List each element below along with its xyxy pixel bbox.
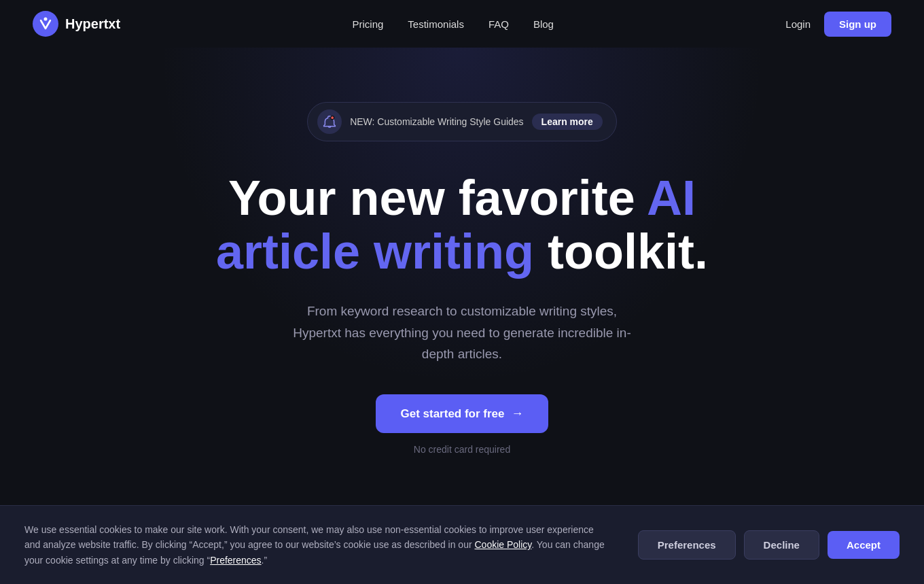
nav-link-faq[interactable]: FAQ xyxy=(488,18,509,30)
nav-links: Pricing Testimonials FAQ Blog xyxy=(353,18,554,30)
login-link[interactable]: Login xyxy=(785,18,811,30)
cookie-actions: Preferences Decline Accept xyxy=(638,530,900,560)
preferences-button[interactable]: Preferences xyxy=(638,530,736,560)
nav-actions: Login Sign up xyxy=(785,12,891,37)
badge-text: NEW: Customizable Writing Style Guides xyxy=(350,116,523,127)
cookie-text: We use essential cookies to make our sit… xyxy=(24,522,611,568)
svg-point-2 xyxy=(331,116,334,120)
hero-title-part3: toolkit. xyxy=(534,224,708,279)
accept-button[interactable]: Accept xyxy=(828,531,900,559)
cta-button[interactable]: Get started for free → xyxy=(376,394,548,433)
hero-title-ai: AI xyxy=(647,171,696,225)
logo-icon xyxy=(33,11,58,37)
cookie-text-end: .” xyxy=(262,555,268,566)
nav-link-pricing[interactable]: Pricing xyxy=(353,18,384,30)
logo-text: Hypertxt xyxy=(65,16,120,32)
hero-subtitle: From keyword research to customizable wr… xyxy=(285,300,639,364)
signup-button[interactable]: Sign up xyxy=(824,12,891,37)
bell-icon-wrap xyxy=(317,109,342,134)
arrow-right-icon: → xyxy=(512,407,524,421)
logo-link[interactable]: Hypertxt xyxy=(33,11,120,37)
hero-title: Your new favorite AI article writing too… xyxy=(216,171,708,279)
navbar: Hypertxt Pricing Testimonials FAQ Blog L… xyxy=(0,0,924,48)
bell-icon xyxy=(323,115,336,128)
decline-button[interactable]: Decline xyxy=(744,530,819,560)
cookie-banner: We use essential cookies to make our sit… xyxy=(0,505,924,584)
hero-title-part2: article writing xyxy=(216,224,534,279)
cookie-policy-link[interactable]: Cookie Policy xyxy=(475,539,532,550)
svg-point-1 xyxy=(44,18,48,21)
learn-more-link[interactable]: Learn more xyxy=(532,114,603,130)
nav-link-testimonials[interactable]: Testimonials xyxy=(408,18,464,30)
hero-title-part1: Your new favorite xyxy=(228,171,647,225)
no-credit-text: No credit card required xyxy=(414,444,510,455)
preferences-inline-link: Preferences xyxy=(210,555,261,566)
announcement-badge: NEW: Customizable Writing Style Guides L… xyxy=(307,102,617,141)
hero-section: NEW: Customizable Writing Style Guides L… xyxy=(0,48,924,496)
cta-label: Get started for free xyxy=(400,407,504,421)
svg-point-0 xyxy=(33,11,58,37)
nav-link-blog[interactable]: Blog xyxy=(533,18,554,30)
